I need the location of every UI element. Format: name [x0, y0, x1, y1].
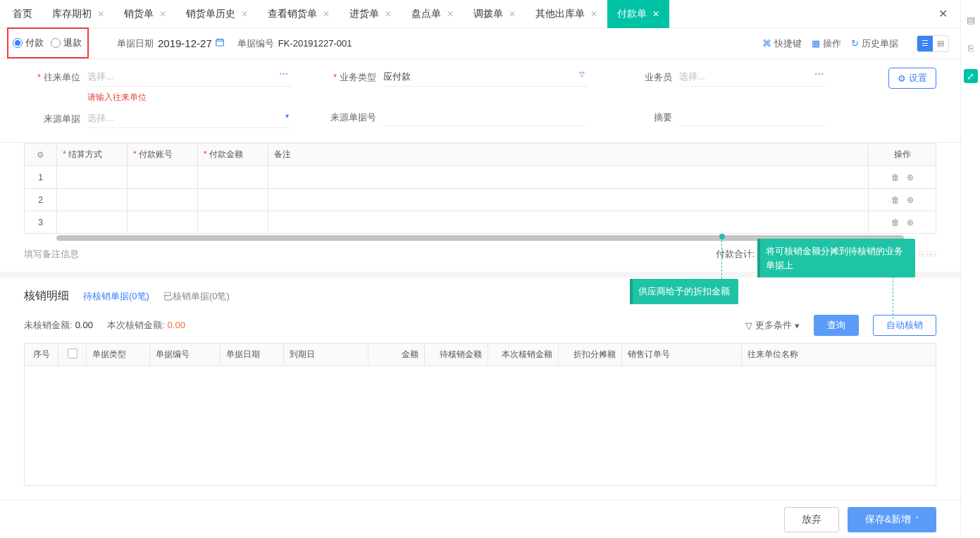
col-party: 往来单位名称: [742, 344, 936, 366]
tab-sales[interactable]: 销货单✕: [114, 0, 176, 28]
srcdoc-label: 来源单据: [24, 113, 80, 125]
col-check[interactable]: [58, 344, 87, 366]
party-error: 请输入往来单位: [87, 92, 936, 104]
lookup-icon[interactable]: ⋯: [814, 68, 824, 79]
summary-input[interactable]: [679, 109, 827, 126]
srcdoc-select[interactable]: 选择...▾: [87, 109, 292, 128]
tooltip-discount: 供应商给予的折扣金额: [630, 279, 738, 304]
chevron-up-icon[interactable]: ˄: [915, 515, 919, 523]
radio-pay[interactable]: 付款: [13, 37, 44, 49]
clerk-input[interactable]: 选择...⋯: [679, 68, 827, 87]
close-icon[interactable]: ✕: [447, 9, 454, 19]
tab-view-sales[interactable]: 查看销货单✕: [258, 0, 340, 28]
delete-icon[interactable]: 🗑: [891, 218, 900, 227]
srcno-input[interactable]: [383, 109, 588, 126]
delete-icon[interactable]: 🗑: [891, 195, 900, 205]
close-icon[interactable]: ✕: [241, 9, 248, 19]
verify-grid: 序号 单据类型 单据编号 单据日期 到期日 金额 待核销金额 本次核销金额 折扣…: [24, 343, 936, 486]
tab-sales-hist[interactable]: 销货单历史✕: [176, 0, 258, 28]
biztype-select[interactable]: 应付款▽: [383, 68, 588, 87]
grid-icon: ▦: [812, 38, 820, 49]
tab-pending[interactable]: 待核销单据(0笔): [83, 290, 149, 303]
close-icon[interactable]: ✕: [323, 9, 330, 19]
table-row[interactable]: 1🗑⊕: [25, 166, 936, 189]
shortcut-link[interactable]: ⌘快捷键: [762, 37, 802, 50]
summary-label: 摘要: [616, 111, 672, 124]
query-button[interactable]: 查询: [814, 315, 859, 336]
tab-stock-init[interactable]: 库存期初✕: [42, 0, 114, 28]
biztype-label: 业务类型: [320, 71, 376, 84]
empty-body: [25, 366, 936, 486]
docno-label: 单据编号: [237, 37, 274, 50]
tab-home[interactable]: 首页: [3, 0, 42, 28]
col-remark: 备注: [268, 144, 869, 166]
date-value[interactable]: 2019-12-27: [158, 37, 212, 49]
tab-purchase[interactable]: 进货单✕: [340, 0, 402, 28]
list-view-icon[interactable]: ☰: [917, 36, 933, 51]
footer-bar: 放弃 保存&新增˄: [0, 500, 960, 538]
tab-payment[interactable]: 付款单✕: [607, 0, 669, 28]
auto-verify-button[interactable]: 自动核销: [873, 315, 936, 336]
cancel-button[interactable]: 放弃: [784, 507, 839, 532]
table-row[interactable]: 3🗑⊕: [25, 211, 936, 234]
keyboard-icon: ⌘: [762, 38, 771, 49]
close-icon[interactable]: ✕: [159, 9, 166, 19]
delete-icon[interactable]: 🗑: [891, 173, 900, 182]
col-settle: 结算方式: [63, 149, 102, 159]
party-input[interactable]: 选择...⋯: [87, 68, 292, 87]
tab-transfer[interactable]: 调拨单✕: [464, 0, 526, 28]
thistime-label: 本次核销金额:: [107, 320, 165, 330]
close-icon[interactable]: ✕: [385, 9, 392, 19]
totals-row: 填写备注信息 付款合计: 0.00 + 现金折扣: 可核销金额: 0.00 供应…: [0, 241, 960, 272]
chevron-down-icon[interactable]: ▾: [285, 112, 289, 120]
chevron-down-icon[interactable]: ▽: [579, 70, 585, 78]
card-view-icon[interactable]: ▤: [933, 36, 948, 51]
col-op: 操作: [869, 144, 936, 166]
calendar-icon[interactable]: [215, 37, 225, 49]
tab-stocktake[interactable]: 盘点单✕: [402, 0, 464, 28]
verify-title: 核销明细: [24, 289, 69, 304]
mode-highlight-box: 付款 退款: [7, 27, 89, 58]
tabs-bar: 首页 库存期初✕ 销货单✕ 销货单历史✕ 查看销货单✕ 进货单✕ 盘点单✕ 调拨…: [0, 0, 960, 28]
close-icon[interactable]: ✕: [590, 9, 597, 19]
tab-done[interactable]: 已核销单据(0笔): [163, 290, 230, 303]
col-no: 单据编号: [150, 344, 221, 366]
col-type: 单据类型: [87, 344, 150, 366]
close-icon[interactable]: ✕: [652, 9, 659, 19]
col-discshare: 折扣分摊额: [559, 344, 622, 366]
docno-value: FK-20191227-001: [278, 38, 352, 49]
ops-link[interactable]: ▦操作: [812, 37, 841, 50]
close-all-tabs[interactable]: ✕: [929, 7, 957, 20]
save-new-button[interactable]: 保存&新增˄: [848, 507, 936, 532]
tab-other-out[interactable]: 其他出库单✕: [526, 0, 607, 28]
col-account: 付款账号: [133, 149, 173, 159]
add-row-icon[interactable]: ⊕: [907, 195, 914, 205]
unverified-value: 0.00: [75, 320, 93, 330]
verify-section: 核销明细 待核销单据(0笔) 已核销单据(0笔) 未核销金额:0.00 本次核销…: [0, 272, 960, 492]
close-icon[interactable]: ✕: [97, 9, 104, 19]
remark-input[interactable]: 填写备注信息: [24, 248, 79, 261]
notes-icon[interactable]: ▤: [964, 13, 978, 27]
history-link[interactable]: ↻历史单据: [851, 37, 898, 50]
party-label: 往来单位: [24, 71, 80, 84]
date-label: 单据日期: [117, 37, 154, 50]
col-amount: 付款金额: [204, 149, 243, 159]
close-icon[interactable]: ✕: [509, 9, 516, 19]
more-filters[interactable]: ▽更多条件▾: [745, 319, 800, 332]
right-rail: ▤ ⎘ ⤢: [960, 0, 980, 538]
link-icon[interactable]: ⎘: [964, 41, 978, 55]
col-order: 销售订单号: [622, 344, 742, 366]
add-row-icon[interactable]: ⊕: [907, 218, 914, 227]
add-row-icon[interactable]: ⊕: [907, 173, 914, 182]
settings-button[interactable]: ⚙设置: [888, 68, 936, 89]
col-due: 到期日: [284, 344, 368, 366]
clerk-label: 业务员: [616, 71, 672, 84]
col-pending: 待核销金额: [425, 344, 488, 366]
table-row[interactable]: 2🗑⊕: [25, 189, 936, 211]
unverified-label: 未核销金额:: [24, 320, 73, 330]
radio-refund[interactable]: 退款: [51, 37, 82, 49]
grid-settings[interactable]: ⚙: [25, 144, 57, 166]
view-toggle[interactable]: ☰ ▤: [917, 35, 949, 52]
expand-icon[interactable]: ⤢: [964, 69, 978, 83]
lookup-icon[interactable]: ⋯: [279, 68, 289, 79]
